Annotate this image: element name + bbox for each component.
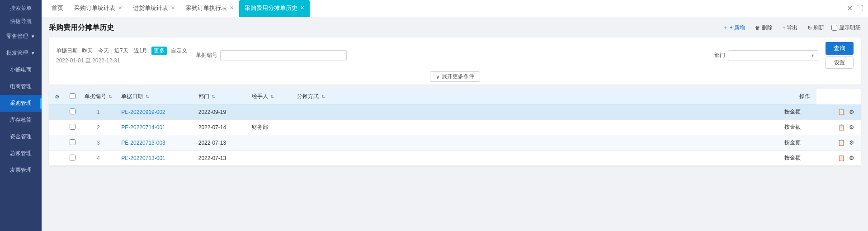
doc-no-link[interactable]: PE-20220713-003 [121,140,165,146]
shortcut-more[interactable]: 更多 [151,47,167,55]
tab-purchase-stats[interactable]: 采购订单统计表 ✕ [69,0,127,17]
td-doc-date: 2022-07-13 [194,135,247,151]
td-handler [292,104,780,120]
date-shortcuts: 昨天 今天 近7天 近1月 更多 自定义 [80,47,189,55]
chevron-down-icon: ∨ [436,74,440,80]
page-header: 采购费用分摊单历史 ＋ + 新增 🗑 删除 ↑ 导出 ↻ 刷新 [49,23,861,33]
table-header-row: ⚙ 单据编号 ⇅ 单据日期 ⇅ 部门 [49,89,861,104]
sidebar-item-invoice[interactable]: 发票管理 [0,162,42,179]
row-checkbox[interactable] [70,124,75,130]
doc-no-link[interactable]: PE-20220919-002 [121,109,165,115]
dept-select[interactable]: 财务部 [728,50,818,61]
date-filter-row: 单据日期 昨天 今天 近7天 近1月 更多 自定义 [56,47,189,55]
sidebar-item-wholesale[interactable]: 批发管理 ▼ [0,45,42,61]
sidebar-item-purchase[interactable]: 采购管理 [0,95,42,112]
td-doc-date: 2022-07-14 [194,120,247,135]
trash-icon: 🗑 [755,25,760,31]
doc-no-input[interactable] [220,50,347,61]
more-icon[interactable]: ⚙ [849,139,854,146]
delete-button[interactable]: 🗑 删除 [752,23,775,33]
expand-button[interactable]: ∨ 展开更多条件 [430,71,480,82]
tab-cost-allocation-history[interactable]: 采购费用分摊单历史 ✕ [239,0,310,17]
refresh-button[interactable]: ↻ 刷新 [805,23,827,33]
sidebar-item-general-ledger[interactable]: 总账管理 [0,145,42,162]
td-alloc-method: 按金额 [780,104,816,120]
td-no: 2 [80,120,117,135]
shortcut-7days[interactable]: 近7天 [113,47,130,55]
th-alloc-method[interactable]: 分摊方式 ⇅ [292,89,780,104]
shortcut-1month[interactable]: 近1月 [132,47,149,55]
tab-purchase-exec[interactable]: 采购订单执行表 ✕ [180,0,239,17]
sidebar-item-quick-nav[interactable]: 快捷导航 [0,15,42,28]
shortcut-yesterday[interactable]: 昨天 [80,47,94,55]
th-doc-date[interactable]: 单据日期 ⇅ [117,89,193,104]
page-content: 采购费用分摊单历史 ＋ + 新增 🗑 删除 ↑ 导出 ↻ 刷新 [42,17,868,231]
close-window-icon[interactable]: ✕ [847,4,853,13]
filter-actions: 查询 设置 [826,42,854,69]
th-handler[interactable]: 经手人 ⇅ [247,89,293,104]
td-doc-no: PE-20220713-001 [117,151,193,166]
shortcut-custom[interactable]: 自定义 [170,47,189,55]
header-actions: ＋ + 新增 🗑 删除 ↑ 导出 ↻ 刷新 显示明细 [720,23,861,33]
sidebar-item-ecommerce[interactable]: 电商管理 [0,78,42,95]
export-button[interactable]: ↑ 导出 [780,23,800,33]
close-icon[interactable]: ✕ [230,5,234,11]
more-icon[interactable]: ⚙ [849,155,854,161]
sidebar-item-ecommerce-small[interactable]: 小畅电商 [0,61,42,78]
more-icon[interactable]: ⚙ [849,124,854,131]
td-checkbox [65,104,80,120]
add-button[interactable]: ＋ + 新增 [720,23,748,33]
table-body: 1 PE-20220919-002 2022-09-19 按金额 📋 ⚙ 2 P… [49,104,861,166]
sort-icon: ⇅ [108,94,112,99]
sidebar-item-inventory[interactable]: 库存核算 [0,112,42,128]
td-checkbox [65,135,80,151]
show-columns-checkbox[interactable] [831,25,837,31]
view-icon[interactable]: 📋 [838,124,845,131]
fullscreen-icon[interactable]: ⛶ [856,5,863,13]
search-button[interactable]: 查询 [826,42,854,55]
more-icon[interactable]: ⚙ [849,108,854,115]
select-all-checkbox[interactable] [70,93,75,99]
td-ops: 📋 ⚙ [816,120,861,135]
expand-row: ∨ 展开更多条件 [56,71,854,82]
setting-button[interactable]: 设置 [826,57,854,69]
td-doc-no: PE-20220713-003 [117,135,193,151]
doc-no-link[interactable]: PE-20220714-001 [121,124,165,131]
th-setting[interactable]: ⚙ [49,89,65,104]
close-icon[interactable]: ✕ [118,5,122,11]
td-alloc-method: 按金额 [780,151,816,166]
sidebar-item-search-menu[interactable]: 搜索菜单 [0,0,42,15]
close-icon[interactable]: ✕ [171,5,175,11]
chevron-icon: ▼ [31,34,35,39]
refresh-icon: ↻ [807,25,812,31]
doc-no-link[interactable]: PE-20220713-001 [121,155,165,161]
tab-inbound-stats[interactable]: 进货单统计表 ✕ [127,0,180,17]
shortcut-today[interactable]: 今天 [97,47,110,55]
td-setting [49,151,65,166]
export-icon: ↑ [783,25,785,31]
sidebar-item-retail[interactable]: 零售管理 ▼ [0,28,42,45]
td-dept [247,151,293,166]
date-label: 单据日期 [56,47,78,55]
date-filter: 单据日期 昨天 今天 近7天 近1月 更多 自定义 2022-01-01 至 2… [56,47,189,65]
row-checkbox[interactable] [70,139,75,145]
sidebar-item-finance[interactable]: 资金管理 [0,128,42,145]
td-doc-date: 2022-07-13 [194,151,247,166]
view-icon[interactable]: 📋 [838,108,845,115]
dept-label: 部门 [714,52,725,59]
dept-select-wrap: 财务部 [728,50,818,61]
show-columns-toggle[interactable]: 显示明细 [831,24,861,32]
doc-no-label: 单据编号 [196,52,217,59]
th-doc-no[interactable]: 单据编号 ⇅ [80,89,117,104]
td-handler [292,120,780,135]
view-icon[interactable]: 📋 [838,155,845,161]
view-icon[interactable]: 📋 [838,139,845,146]
row-checkbox[interactable] [70,155,75,160]
close-icon[interactable]: ✕ [300,5,304,11]
table-row: 4 PE-20220713-001 2022-07-13 按金额 📋 ⚙ [49,151,861,166]
th-dept[interactable]: 部门 ⇅ [194,89,247,104]
tab-home[interactable]: 首页 [46,0,69,17]
row-checkbox[interactable] [70,108,75,114]
td-doc-no: PE-20220919-002 [117,104,193,120]
doc-no-filter: 单据编号 [196,50,707,61]
